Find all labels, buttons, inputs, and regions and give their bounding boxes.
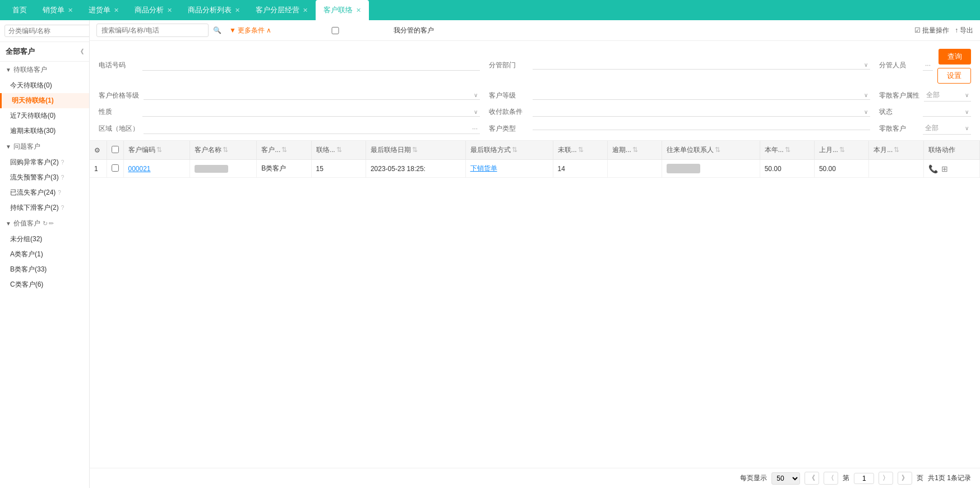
dept-label: 分管部门: [489, 61, 528, 70]
dept-chevron-icon: ∨: [864, 62, 868, 68]
sidebar-all-customers[interactable]: 全部客户 《: [0, 42, 89, 62]
query-btn[interactable]: 查询: [939, 49, 971, 65]
sidebar-item-class-b[interactable]: B类客户(33): [0, 262, 89, 277]
cell-not-contacted: 14: [553, 160, 607, 178]
cell-checkbox[interactable]: [107, 160, 123, 178]
sidebar-item-today[interactable]: 今天待联络(0): [0, 78, 89, 93]
sidebar-item-overdue[interactable]: 逾期未联络(30): [0, 123, 89, 139]
sidebar-group-value-title[interactable]: ▼ 价值客户 ↻ ✏: [0, 215, 89, 232]
more-action-icon[interactable]: ⊞: [941, 164, 948, 173]
chevron-up-icon: ∧: [266, 26, 271, 34]
top-nav: 首页 销货单 ✕ 进货单 ✕ 商品分析 ✕ 商品分析列表 ✕ 客户分层经营 ✕ …: [0, 0, 980, 20]
phone-input[interactable]: [145, 61, 478, 69]
col-checkbox[interactable]: [107, 141, 123, 160]
retail-attr-select[interactable]: 全部 ∨: [924, 89, 971, 102]
customer-level-select[interactable]: ∨: [533, 91, 870, 100]
nature-select[interactable]: ∨: [142, 108, 480, 117]
nav-analysis-list[interactable]: 商品分析列表 ✕: [180, 0, 248, 20]
value-refresh-icon[interactable]: ↻: [43, 220, 48, 227]
sort-contact-icon[interactable]: ⇅: [336, 146, 342, 154]
sidebar-group-problem: ▼ 问题客户 回购异常客户(2) ? 流失预警客户(3) ? 已流失客户(24)…: [0, 139, 89, 215]
cell-this-year: 50.00: [760, 160, 814, 178]
sidebar-item-churned[interactable]: 已流失客户(24) ?: [0, 185, 89, 200]
close-analysis-icon[interactable]: ✕: [167, 7, 172, 14]
phone-input-wrap[interactable]: [142, 60, 480, 71]
sort-yr-icon[interactable]: ⇅: [785, 146, 791, 154]
sort-code-icon[interactable]: ⇅: [156, 146, 162, 154]
sidebar-item-ungrouped[interactable]: 未分组(32): [0, 232, 89, 247]
retail-customer-select[interactable]: 全部 ∨: [923, 122, 971, 135]
customer-type-select[interactable]: [533, 127, 870, 130]
payment-select[interactable]: ∨: [533, 108, 870, 117]
sort-method-icon[interactable]: ⇅: [512, 146, 517, 154]
all-customers-label: 全部客户: [6, 47, 35, 57]
next-page-btn[interactable]: 〉: [879, 472, 893, 485]
page-input[interactable]: [854, 473, 874, 484]
call-action-icon[interactable]: 📞: [928, 164, 938, 173]
row-checkbox[interactable]: [112, 164, 119, 172]
sidebar-item-tomorrow[interactable]: 明天待联络(1): [0, 93, 89, 108]
main-layout: 🔍 全部客户 《 ▼ 待联络客户 今天待联络(0) 明天待联络(1) 近7天待联…: [0, 20, 980, 488]
nav-sales[interactable]: 销货单 ✕: [35, 0, 81, 20]
search-input[interactable]: [96, 24, 209, 37]
nav-analysis[interactable]: 商品分析 ✕: [127, 0, 180, 20]
sort-lm-icon[interactable]: ⇅: [839, 146, 845, 154]
sort-name-icon[interactable]: ⇅: [223, 146, 228, 154]
close-purchase-icon[interactable]: ✕: [114, 7, 119, 14]
sidebar-item-declining[interactable]: 持续下滑客户(2) ?: [0, 200, 89, 215]
status-select[interactable]: ∨: [923, 108, 971, 117]
col-settings[interactable]: ⚙: [90, 141, 107, 160]
sidebar-item-class-a[interactable]: A类客户(1): [0, 247, 89, 262]
last-page-btn[interactable]: 》: [898, 472, 912, 485]
filter-row-price-level: 客户价格等级 ∨: [99, 89, 480, 102]
settings-btn[interactable]: 设置: [937, 68, 971, 84]
sidebar-item-repurchase[interactable]: 回购异常客户(2) ?: [0, 155, 89, 170]
sidebar-search-input[interactable]: [4, 25, 90, 37]
close-sales-icon[interactable]: ✕: [68, 7, 73, 14]
unit-contact-blurred: [667, 164, 700, 173]
help-churned-icon[interactable]: ?: [58, 190, 61, 196]
sort-date-icon[interactable]: ⇅: [412, 146, 418, 154]
more-conditions-btn[interactable]: ▼ 更多条件 ∧: [226, 24, 275, 37]
sidebar-item-churn-warning[interactable]: 流失预警客户(3) ?: [0, 170, 89, 185]
help-repurchase-icon[interactable]: ?: [61, 159, 64, 165]
sort-overdue-icon[interactable]: ⇅: [632, 146, 638, 154]
sort-nc-icon[interactable]: ⇅: [578, 146, 584, 154]
customer-name-blurred: Ea: [195, 165, 228, 173]
sidebar-group-problem-title[interactable]: ▼ 问题客户: [0, 139, 89, 155]
nav-home[interactable]: 首页: [4, 0, 35, 20]
nav-customer-ops[interactable]: 客户分层经营 ✕: [248, 0, 316, 20]
nav-purchase[interactable]: 进货单 ✕: [81, 0, 127, 20]
sidebar-item-class-c[interactable]: C类客户(6): [0, 277, 89, 292]
help-churn-warning-icon[interactable]: ?: [61, 174, 64, 181]
select-all-checkbox[interactable]: [112, 146, 119, 153]
search-button-icon[interactable]: 🔍: [213, 26, 221, 34]
sidebar-group-pending-title[interactable]: ▼ 待联络客户: [0, 62, 89, 78]
first-page-btn[interactable]: 《: [805, 472, 819, 485]
sort-tm-icon[interactable]: ⇅: [894, 146, 899, 154]
close-customer-ops-icon[interactable]: ✕: [303, 7, 308, 14]
dept-select[interactable]: ∨: [533, 61, 870, 70]
prev-page-btn[interactable]: 〈: [824, 472, 838, 485]
my-customers-checkbox[interactable]: [279, 27, 391, 34]
filter-row-nature: 性质 ∨: [99, 107, 480, 117]
manager-select[interactable]: ···: [923, 60, 933, 71]
region-label: 区域（地区）: [99, 124, 139, 133]
table-footer: 每页显示 50 100 《 〈 第 〉 》 页 共1页 1条记录: [90, 468, 980, 488]
sidebar-item-7days[interactable]: 近7天待联络(0): [0, 108, 89, 123]
value-edit-icon[interactable]: ✏: [49, 220, 54, 227]
price-level-select[interactable]: ∨: [144, 91, 480, 100]
close-customer-contact-icon[interactable]: ✕: [356, 7, 361, 14]
sort-unit-icon[interactable]: ⇅: [715, 146, 720, 154]
nav-customer-contact[interactable]: 客户联络 ✕: [316, 0, 369, 20]
cell-code[interactable]: 000021: [123, 160, 190, 178]
sort-cat-icon[interactable]: ⇅: [281, 146, 287, 154]
my-customers-checkbox-wrap[interactable]: 我分管的客户: [279, 26, 434, 35]
help-declining-icon[interactable]: ?: [61, 205, 64, 211]
region-select[interactable]: ···: [144, 123, 480, 134]
export-btn[interactable]: ↑ 导出: [955, 26, 973, 35]
cell-last-contact-method[interactable]: 下销货单: [465, 160, 553, 178]
batch-operation-btn[interactable]: ☑ 批量操作: [914, 26, 949, 35]
close-analysis-list-icon[interactable]: ✕: [235, 7, 240, 14]
per-page-select[interactable]: 50 100: [771, 472, 800, 485]
